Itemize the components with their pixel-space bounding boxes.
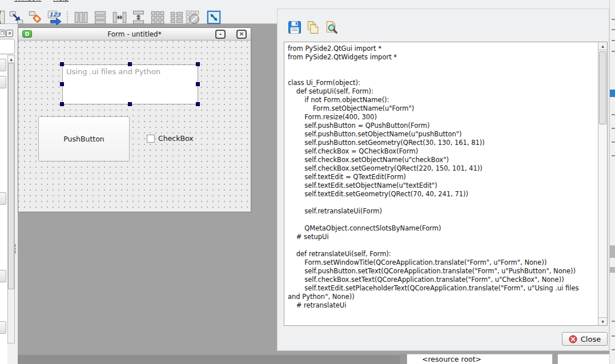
widget-category-item[interactable]	[0, 192, 6, 205]
code-view[interactable]: from PySide2.QtGui import * from PySide2…	[284, 42, 608, 326]
copy-icon[interactable]	[306, 21, 320, 34]
layout-vertical-icon[interactable]	[93, 10, 108, 25]
break-layout-icon[interactable]	[185, 10, 200, 25]
tree-branch-mark	[612, 349, 615, 350]
tree-selected-row[interactable]	[610, 90, 615, 97]
adjust-size-icon[interactable]	[206, 10, 222, 25]
layout-form-icon[interactable]	[169, 10, 184, 25]
menu-help[interactable]: Help	[53, 0, 69, 2]
form-textedit[interactable]: Using .ui files and Python	[62, 64, 198, 104]
form-checkbox[interactable]: CheckBox	[147, 134, 194, 143]
tree-branch-mark	[612, 321, 615, 322]
form-editor-window: D Form - untitled* - ✕ Using .ui files a…	[18, 27, 251, 212]
svg-text:123: 123	[49, 11, 61, 18]
widget-box-scrollbar[interactable]: ▲	[7, 55, 15, 343]
form-window-titlebar[interactable]: D Form - untitled* - ✕	[18, 28, 251, 41]
layout-splitter-horizontal-icon[interactable]	[112, 10, 127, 25]
qt-designer-screen: Window Help 123	[0, 0, 615, 364]
checkbox-indicator[interactable]	[147, 135, 155, 143]
tree-branch-mark	[612, 40, 615, 41]
view-code-dialog: from PySide2.QtGui import * from PySide2…	[277, 9, 609, 351]
code-scrollbar[interactable]: ▲ ▼	[598, 42, 607, 325]
panel-fragment	[610, 267, 615, 273]
widget-category-item[interactable]	[0, 321, 6, 334]
scroll-up-icon[interactable]: ▲	[598, 42, 607, 50]
tree-branch-mark	[612, 114, 615, 115]
tree-branch-mark	[612, 128, 615, 129]
scroll-up-icon[interactable]: ▲	[8, 55, 14, 63]
widget-category-item[interactable]	[0, 59, 6, 71]
tree-branch-mark	[612, 29, 615, 30]
widget-filter-input[interactable]	[0, 39, 15, 54]
bottom-dock-bar	[18, 355, 400, 364]
selection-handle-bottom-right[interactable]	[196, 102, 200, 106]
panel-fragment	[610, 245, 615, 258]
close-button-label: Close	[581, 335, 601, 343]
widget-box-panel: ❐ ✕ ▲	[0, 24, 18, 364]
selection-handle-top-left[interactable]	[60, 62, 64, 66]
selection-handle-bottom-center[interactable]	[128, 102, 132, 106]
designer-form-icon: D	[22, 30, 32, 38]
textedit-placeholder: Using .ui files and Python	[66, 67, 160, 76]
splitter-handle[interactable]	[15, 244, 16, 253]
tree-branch-mark	[612, 51, 615, 52]
edit-buddies-icon[interactable]	[28, 10, 43, 25]
find-icon[interactable]	[324, 21, 338, 34]
close-circle-icon	[569, 335, 577, 343]
dock-restore-icon[interactable]: ❐	[0, 30, 6, 37]
resource-preview-panel	[557, 354, 615, 364]
widget-box-list	[0, 55, 7, 364]
menu-window[interactable]: Window	[14, 0, 41, 2]
selection-handle-mid-left[interactable]	[60, 82, 64, 86]
scroll-down-icon[interactable]: ▼	[598, 317, 607, 325]
form-pushbutton[interactable]: PushButton	[38, 116, 130, 161]
selection-handle-top-center[interactable]	[128, 62, 132, 66]
widget-category-item[interactable]	[0, 76, 6, 88]
selection-handle-top-right[interactable]	[196, 62, 200, 66]
edit-tab-order-icon[interactable]: 123	[47, 10, 62, 25]
minimize-button[interactable]: -	[215, 30, 226, 39]
edit-widgets-icon[interactable]	[0, 10, 6, 25]
form-canvas[interactable]: Using .ui files and Python PushButton Ch…	[18, 41, 251, 212]
selection-handle-bottom-left[interactable]	[60, 102, 64, 106]
widget-category-item[interactable]	[0, 270, 6, 282]
edit-signals-slots-icon[interactable]	[9, 10, 24, 25]
scrollbar-thumb[interactable]	[8, 63, 14, 289]
selection-handle-mid-right[interactable]	[196, 82, 200, 86]
save-icon[interactable]	[288, 21, 302, 34]
bottom-divider	[400, 354, 407, 364]
checkbox-label: CheckBox	[158, 134, 194, 143]
layout-grid-icon[interactable]	[150, 10, 165, 25]
tree-branch-mark	[612, 19, 615, 20]
dialog-close-button[interactable]: Close	[562, 332, 608, 346]
tree-branch-mark	[612, 141, 615, 143]
layout-splitter-vertical-icon[interactable]	[131, 10, 146, 25]
scrollbar-thumb[interactable]	[599, 51, 606, 124]
generated-python-code[interactable]: from PySide2.QtGui import * from PySide2…	[284, 42, 598, 312]
resource-root-item[interactable]: <resource root>	[407, 354, 553, 364]
toolbar-separator	[67, 11, 68, 24]
close-button[interactable]: ✕	[236, 30, 247, 39]
right-dock-strip	[609, 0, 615, 364]
layout-horizontal-icon[interactable]	[73, 10, 89, 25]
dock-close-icon[interactable]: ✕	[6, 30, 13, 37]
tree-branch-mark	[612, 155, 615, 156]
tree-branch-mark	[612, 335, 615, 337]
